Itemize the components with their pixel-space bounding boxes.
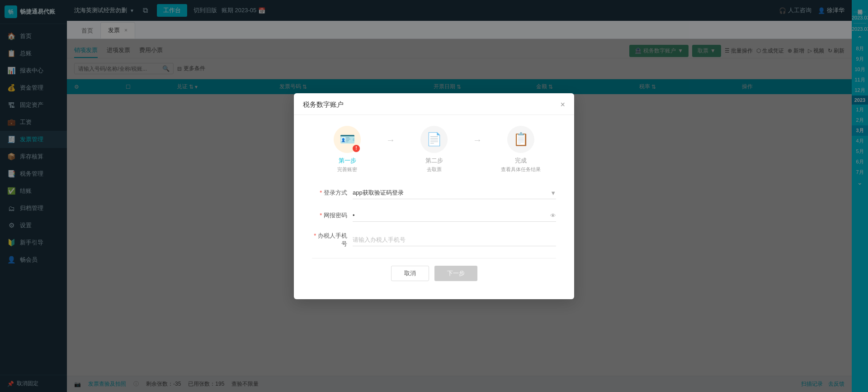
login-method-control: app获取验证码登录 ▼ — [353, 186, 556, 199]
next-button[interactable]: 下一步 — [434, 266, 477, 281]
login-method-label: * 登录方式 — [312, 189, 353, 197]
step-arrow-1: → — [386, 126, 395, 145]
step3-icon: 📋 — [513, 132, 529, 147]
dialog-header: 税务数字账户 × — [294, 93, 574, 115]
step-3: 📋 完成 查看具体任务结果 — [486, 126, 556, 173]
step1-sub: 完善账密 — [337, 166, 357, 173]
required-mark: * — [320, 212, 322, 219]
step2-icon-wrap: 📄 — [420, 126, 448, 153]
step1-icon: 🪪 — [340, 132, 355, 147]
form-row-login-method: * 登录方式 app获取验证码登录 ▼ — [312, 186, 556, 199]
steps-container: 🪪 ! 第一步 完善账密 → 📄 第二步 去取票 — [312, 126, 556, 173]
phone-control — [353, 234, 556, 246]
form-row-password: * 网报密码 👁 — [312, 209, 556, 222]
required-mark: * — [314, 232, 316, 239]
cancel-button[interactable]: 取消 — [391, 266, 429, 281]
step2-label: 第二步 — [425, 157, 443, 165]
step3-label: 完成 — [515, 157, 527, 165]
step2-sub: 去取票 — [427, 166, 442, 173]
login-method-select[interactable]: app获取验证码登录 — [353, 186, 556, 199]
dialog-footer: 取消 下一步 — [312, 258, 556, 290]
dialog-form: * 登录方式 app获取验证码登录 ▼ * 网报密码 — [312, 186, 556, 248]
step1-icon-wrap: 🪪 ! — [334, 126, 361, 153]
step3-sub: 查看具体任务结果 — [501, 166, 541, 173]
password-label: * 网报密码 — [312, 211, 353, 220]
step-2: 📄 第二步 去取票 — [399, 126, 469, 173]
step1-badge: ! — [353, 145, 360, 152]
eye-icon[interactable]: 👁 — [550, 212, 556, 219]
step-arrow-2: → — [473, 126, 482, 145]
phone-label: * 办税人手机号 — [312, 232, 353, 248]
phone-input[interactable] — [353, 234, 556, 246]
password-input[interactable] — [353, 209, 556, 222]
dialog-close-button[interactable]: × — [560, 100, 565, 109]
required-mark: * — [320, 189, 322, 196]
step-1: 🪪 ! 第一步 完善账密 — [312, 126, 382, 173]
form-row-phone: * 办税人手机号 — [312, 232, 556, 248]
dialog-title: 税务数字账户 — [303, 100, 344, 109]
dialog-body: 🪪 ! 第一步 完善账密 → 📄 第二步 去取票 — [294, 115, 574, 299]
modal-overlay: 税务数字账户 × 🪪 ! 第一步 完善账密 → — [0, 0, 868, 392]
step3-icon-wrap: 📋 — [507, 126, 534, 153]
password-control: 👁 — [353, 209, 556, 222]
tax-dialog: 税务数字账户 × 🪪 ! 第一步 完善账密 → — [294, 93, 574, 299]
step2-icon: 📄 — [426, 132, 442, 147]
step1-label: 第一步 — [339, 157, 356, 165]
